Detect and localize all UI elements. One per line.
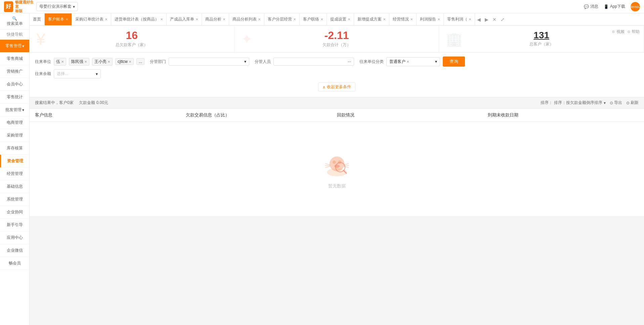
sidebar-quick-nav[interactable]: 快捷导航 (0, 30, 29, 40)
tab-purchase-order-stats[interactable]: 采购订单统计表 ✕ (72, 13, 111, 26)
store-selector[interactable]: 母婴行业演示帐套 ▾ (36, 2, 78, 11)
top-bar: 好 畅捷通好生意 标版 母婴行业演示帐套 ▾ 💬 消息 📱 App下载 demo… (0, 0, 644, 13)
close-icon[interactable]: ✕ (383, 17, 386, 21)
filter-tag-cjttcw[interactable]: cjttcw ✕ (115, 58, 134, 65)
video-link[interactable]: ⊙ 视频 (612, 29, 624, 35)
help-link[interactable]: ⊙ 帮助 (627, 29, 640, 35)
sidebar-item-purchase[interactable]: 采购管理 (0, 129, 29, 142)
remove-tag-cjttcw[interactable]: ✕ (129, 60, 131, 64)
sidebar-item-retail-stats[interactable]: 零售统计 (0, 91, 29, 104)
sidebar-item-operations[interactable]: 经营管理 (0, 168, 29, 180)
sidebar-search[interactable]: 🔍 搜索菜单 (0, 13, 29, 30)
sidebar-item-new-guide[interactable]: 新手引导 (0, 219, 29, 231)
filter-area: 往来单位 伍 ✕ 陈民强 ✕ 王小亮 ✕ cjttcw (30, 52, 644, 97)
message-button[interactable]: 💬 消息 (584, 4, 598, 9)
col-debt-info: 欠款交易信息（占比） (186, 112, 337, 118)
tab-customer-account[interactable]: 客户账本 ✕ (45, 13, 72, 26)
tab-customer-contact[interactable]: 客户联络 ✕ (300, 13, 327, 26)
tab-product-inbound[interactable]: 产成品入库单 ✕ (167, 13, 202, 26)
filter-collapse-button[interactable]: ∧ 收起更多条件 (318, 82, 355, 92)
sidebar-item-enterprise-wechat[interactable]: 企业微信 (0, 244, 29, 257)
sidebar-item-app-center[interactable]: 应用中心 (0, 231, 29, 244)
filter-remainder-dropdown[interactable]: 选择... ▾ (54, 69, 101, 78)
filter-tag-wu[interactable]: 伍 ✕ (54, 58, 66, 66)
sidebar-item-vip-member[interactable]: 畅会员 (0, 257, 29, 270)
tab-product-analysis[interactable]: 商品分析 ✕ (202, 13, 229, 26)
chevron-down-icon: ▾ (435, 59, 437, 64)
close-icon[interactable]: ✕ (320, 17, 323, 21)
close-icon[interactable]: ✕ (105, 17, 108, 21)
chevron-up-icon: ∧ (323, 85, 326, 89)
sort-selector[interactable]: 排序： 排序：按欠款金额倒序排序 ▾ (541, 100, 606, 106)
remove-tag-normal-customer[interactable]: ✕ (406, 60, 409, 64)
sidebar-item-retail-mall[interactable]: 零售商城 (0, 52, 29, 65)
sidebar-item-ecommerce[interactable]: 电商管理 (0, 116, 29, 129)
remove-tag-wu[interactable]: ✕ (61, 60, 64, 64)
tab-product-analysis-list[interactable]: 商品分析列表 ✕ (229, 13, 264, 26)
sidebar-item-marketing[interactable]: 营销推广 (0, 65, 29, 78)
filter-tag-more[interactable]: ... (136, 58, 144, 65)
export-button[interactable]: ⊙ 导出 (610, 100, 622, 106)
stat-icon-1: ¥ (36, 30, 45, 48)
filter-tag-wang[interactable]: 王小亮 ✕ (92, 58, 113, 66)
close-icon[interactable]: ✕ (410, 17, 413, 21)
close-icon[interactable]: ✕ (469, 17, 471, 21)
chevron-down-icon: ▾ (96, 72, 98, 76)
table-area: 客户信息 欠款交易信息（占比） 回款情况 到期未收款日期 (30, 109, 644, 216)
stat-actions: ⊙ 视频 ⊙ 帮助 (612, 29, 640, 35)
filter-tag-chen[interactable]: 陈民强 ✕ (69, 58, 89, 66)
sidebar-item-basic-info[interactable]: 基础信息 (0, 180, 29, 193)
sidebar-item-member-center[interactable]: 会员中心 (0, 78, 29, 91)
download-icon: 📱 (604, 4, 609, 9)
filter-dept-dropdown[interactable]: ▾ (169, 58, 249, 66)
tab-customer-segment[interactable]: 客户分层经营 ✕ (264, 13, 300, 26)
tab-new-plan[interactable]: 新增提成方案 ✕ (354, 13, 389, 26)
tab-expand[interactable]: ⤢ (499, 13, 507, 26)
tab-scroll-left[interactable]: ◀ (475, 13, 483, 26)
sidebar-item-enterprise-collab[interactable]: 企业协同 (0, 206, 29, 219)
result-bar: 搜索结果中，客户0家 欠款金额 0.00元 排序： 排序：按欠款金额倒序排序 ▾… (30, 97, 644, 109)
refresh-button[interactable]: ⊙ 刷新 (626, 100, 639, 106)
remove-tag-chen[interactable]: ✕ (84, 60, 87, 64)
sidebar-item-batch-mgmt[interactable]: 批发管理 ▾ (0, 104, 29, 116)
tab-remind-settings[interactable]: 提成设置 ✕ (327, 13, 354, 26)
app-download-button[interactable]: 📱 App下载 (604, 4, 625, 9)
filter-unit-category-dropdown[interactable]: 普通客户 ✕ ▾ (386, 57, 440, 66)
result-bar-right: 排序： 排序：按欠款金额倒序排序 ▾ ⊙ 导出 ⊙ 刷新 (541, 100, 639, 106)
query-button[interactable]: 查询 (443, 57, 465, 67)
filter-tag-normal-customer[interactable]: 普通客户 ✕ (389, 59, 409, 65)
page-content: ¥ 16 总欠款客户（家） ✦ -2.11 欠款合计（万） 🏢 131 总客户（… (30, 26, 644, 325)
chevron-down-icon: ▾ (604, 101, 606, 105)
tab-scroll-right[interactable]: ▶ (483, 13, 490, 26)
filter-person-dropdown[interactable]: ··· (273, 58, 354, 66)
close-icon[interactable]: ✕ (293, 17, 296, 21)
chevron-down-icon: ▾ (244, 59, 246, 64)
close-icon[interactable]: ✕ (196, 17, 198, 21)
tab-close-all[interactable]: ✕ (490, 13, 499, 26)
close-icon[interactable]: ✕ (160, 17, 163, 21)
tab-business-status[interactable]: 经营情况 ✕ (389, 13, 417, 26)
table-empty-state: 暂无数据 (30, 122, 644, 216)
tab-retail-profit[interactable]: 零售利润（ ✕ (444, 13, 475, 26)
tab-home[interactable]: 首页 (30, 13, 45, 26)
close-icon[interactable]: ✕ (66, 17, 68, 21)
sidebar-item-system[interactable]: 系统管理 (0, 193, 29, 206)
sidebar: 🔍 搜索菜单 快捷导航 零售管理 ▾ 零售商城 营销推广 会员中心 零售统计 批… (0, 13, 30, 325)
tab-inbound-stats[interactable]: 进货单统计表（按商品） ✕ (111, 13, 167, 26)
filter-unit-category-label: 往来单位分类 (359, 59, 384, 65)
table-header: 客户信息 欠款交易信息（占比） 回款情况 到期未收款日期 (30, 109, 644, 122)
avatar[interactable]: demo2 (631, 2, 640, 11)
remove-tag-wang[interactable]: ✕ (108, 60, 110, 64)
close-icon[interactable]: ✕ (348, 17, 350, 21)
sidebar-item-retail-mgmt[interactable]: 零售管理 ▾ (0, 40, 29, 52)
close-icon[interactable]: ✕ (437, 17, 440, 21)
close-icon[interactable]: ✕ (258, 17, 261, 21)
close-icon[interactable]: ✕ (223, 17, 225, 21)
stat-value-customers: 16 (126, 30, 138, 41)
chevron-down-icon: ▾ (22, 108, 24, 112)
tab-profit-report[interactable]: 利润报告 ✕ (417, 13, 444, 26)
logo-area: 好 畅捷通好生意 标版 (4, 0, 34, 13)
sidebar-item-finance[interactable]: 资金管理 (0, 155, 29, 168)
sidebar-item-inventory[interactable]: 库存核算 (0, 142, 29, 155)
stat-icon-3: 🏢 (446, 31, 463, 47)
